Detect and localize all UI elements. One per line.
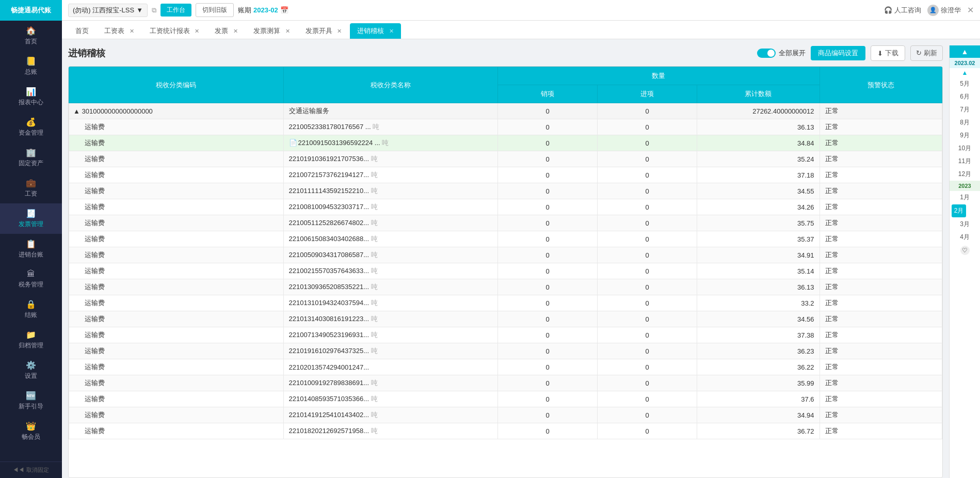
panel-month-may[interactable]: 5月 [950,77,980,90]
tab-invoice-calc[interactable]: 发票测算 ✕ [246,23,297,39]
tab-invoice[interactable]: 发票 ✕ [207,23,245,39]
table-row[interactable]: 运输费 22100215570357643633... 吨 0 0 35.14 … [69,263,942,279]
panel-month-mar[interactable]: 3月 [950,218,980,231]
tab-invoice-open-close[interactable]: ✕ [337,28,342,34]
table-row[interactable]: ▲ 3010000000000000000 交通运输服务 0 0 27262.4… [69,103,942,119]
row-input: 0 [598,135,697,151]
table-row[interactable]: 运输费 22101419125410143402... 吨 0 0 34.94 … [69,407,942,423]
expand-toggle[interactable] [757,49,776,58]
panel-month-jan[interactable]: 1月 [950,191,980,204]
settings-button[interactable]: 商品编码设置 [811,46,865,60]
tab-invoice-open[interactable]: 发票开具 ✕ [298,23,349,39]
copy-icon[interactable]: ⧉ [152,6,156,14]
topbar: (勿动) 江西报宝-LSS ▼ ⧉ 工作台 切到旧版 账期 2023-02 📅 … [62,0,980,21]
table-row[interactable]: 运输费 22101111143592152210... 吨 0 0 34.55 … [69,183,942,199]
sidebar-item-reports[interactable]: 📊 报表中心 [0,82,62,112]
tab-invoice-close[interactable]: ✕ [233,28,238,34]
row-sale: 0 [498,135,598,151]
content: 进销稽核 全部展开 商品编码设置 ⬇ 下载 ↻ 刷新 [62,39,980,478]
table-row[interactable]: 运输费 22100810094532303717... 吨 0 0 34.26 … [69,199,942,215]
sidebar-item-funds[interactable]: 💰 资金管理 [0,112,62,142]
panel-month-feb[interactable]: 2月 [952,204,966,217]
row-indent: 运输费 [69,135,284,151]
tab-verify-close[interactable]: ✕ [389,28,394,34]
row-invoice: 22101314030816191223... 吨 [283,311,498,327]
tab-home[interactable]: 首页 [68,23,96,39]
table-row[interactable]: 运输费 22101916102976437325... 吨 0 0 36.23 … [69,343,942,359]
sidebar-item-home[interactable]: 🏠 首页 [0,21,62,51]
row-indent: 运输费 [69,391,284,407]
panel-month-aug[interactable]: 8月 [950,116,980,129]
row-sale: 0 [498,263,598,279]
sidebar-item-trade[interactable]: 📋 进销台账 [0,234,62,264]
refresh-button[interactable]: ↻ 刷新 [910,45,943,61]
row-status: 正常 [820,135,942,151]
panel-month-sep[interactable]: 9月 [950,129,980,142]
tab-verify[interactable]: 进销稽核 ✕ [350,23,401,39]
table-row[interactable]: 运输费 22101009192789838691... 吨 0 0 35.99 … [69,375,942,391]
company-selector[interactable]: (勿动) 江西报宝-LSS ▼ [68,4,148,17]
row-status: 正常 [820,167,942,183]
row-invoice: 22100523381780176567 ... 吨 [283,119,498,135]
file-icon: 📄 [289,139,297,147]
table-row[interactable]: 运输费 22100721573762194127... 吨 0 0 37.18 … [69,167,942,183]
download-button[interactable]: ⬇ 下载 [871,45,905,61]
sidebar-item-ledger[interactable]: 📒 总账 [0,51,62,82]
unpin-button[interactable]: ◀◀ 取消固定 [0,461,62,478]
guide-icon: 🆕 [26,391,36,401]
tab-salary-stats[interactable]: 工资统计报表 ✕ [142,23,207,39]
row-input: 0 [598,407,697,423]
tab-salary-table[interactable]: 工资表 ✕ [97,23,141,39]
table-row[interactable]: 运输费 22101408593571035366... 吨 0 0 37.6 正… [69,391,942,407]
sidebar-item-salary[interactable]: 💼 工资 [0,173,62,203]
sidebar-item-tax[interactable]: 🏛 税务管理 [0,264,62,294]
table-row[interactable]: 运输费 22101910361921707536... 吨 0 0 35.24 … [69,151,942,167]
row-input: 0 [598,247,697,263]
sidebar-item-assets[interactable]: 🏢 固定资产 [0,142,62,173]
workspace-button[interactable]: 工作台 [160,4,191,17]
sidebar-item-invoice[interactable]: 🧾 发票管理 [0,203,62,234]
sidebar-item-member[interactable]: 👑 畅会员 [0,416,62,447]
company-dropdown-icon: ▼ [136,6,143,14]
table-row[interactable]: 运输费 22100509034317086587... 吨 0 0 34.91 … [69,247,942,263]
tab-salary-table-close[interactable]: ✕ [130,28,134,34]
row-indent: 运输费 [69,375,284,391]
row-sale: 0 [498,359,598,375]
row-invoice: 22101408593571035366... 吨 [283,391,498,407]
switch-version-button[interactable]: 切到旧版 [196,3,234,17]
table-row[interactable]: 运输费 22101310194324037594... 吨 0 0 33.2 正… [69,295,942,311]
row-status: 正常 [820,215,942,231]
panel-month-apr[interactable]: 4月 [950,231,980,244]
table-row[interactable]: 运输费 22102013574294001247... 0 0 36.22 正常 [69,359,942,375]
salary-icon: 💼 [26,178,36,188]
row-sale: 0 [498,375,598,391]
panel-month-jun[interactable]: 6月 [950,90,980,103]
panel-month-oct[interactable]: 10月 [950,142,980,155]
panel-month-dec[interactable]: 12月 [950,168,980,181]
row-sale: 0 [498,167,598,183]
row-total: 35.75 [697,215,820,231]
panel-nav-up[interactable]: ▲ [950,45,980,58]
table-row[interactable]: 运输费 22101314030816191223... 吨 0 0 34.56 … [69,311,942,327]
table-row[interactable]: 运输费 22100511252826674802... 吨 0 0 35.75 … [69,215,942,231]
table-row[interactable]: 运输费 📄22100915031396592224 ... 吨 0 0 34.8… [69,135,942,151]
panel-month-jul[interactable]: 7月 [950,103,980,116]
table-row[interactable]: 运输费 22100523381780176567 ... 吨 0 0 36.13… [69,119,942,135]
sidebar-item-close[interactable]: 🔒 结账 [0,294,62,325]
sidebar-item-archive[interactable]: 📁 归档管理 [0,325,62,355]
table-row[interactable]: 运输费 22100615083403402688... 吨 0 0 35.37 … [69,231,942,247]
tab-salary-stats-close[interactable]: ✕ [195,28,199,34]
panel-up-arrow[interactable]: ▲ [950,68,980,77]
sidebar-item-settings[interactable]: ⚙️ 设置 [0,355,62,386]
calendar-icon[interactable]: 📅 [280,6,288,14]
panel-month-nov[interactable]: 11月 [950,155,980,168]
table-row[interactable]: 运输费 22101309365208535221... 吨 0 0 36.13 … [69,279,942,295]
table-row[interactable]: 运输费 22100713490523196931... 吨 0 0 37.38 … [69,327,942,343]
sidebar-item-guide[interactable]: 🆕 新手引导 [0,386,62,416]
row-indent: 运输费 [69,231,284,247]
tab-invoice-calc-close[interactable]: ✕ [285,28,290,34]
user-menu[interactable]: 👤 徐澄华 [927,5,961,16]
support-link[interactable]: 🎧 人工咨询 [884,6,921,15]
topbar-close-button[interactable]: ✕ [967,5,974,15]
table-row[interactable]: 运输费 22101820212692571958... 吨 0 0 36.72 … [69,423,942,439]
